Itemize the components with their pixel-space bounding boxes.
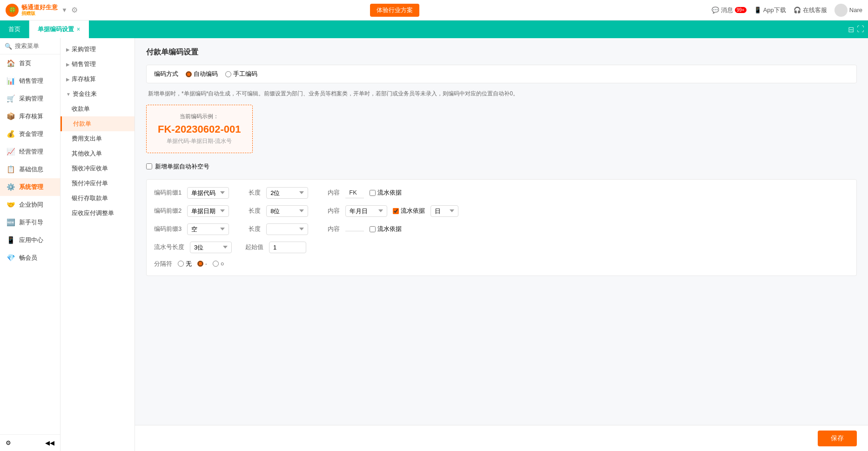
nav-group-purchase[interactable]: ▶ 采购管理 (61, 42, 135, 57)
content-2-label: 内容 (314, 207, 340, 215)
tab-actions: ⊟ ⛶ (848, 20, 868, 38)
content-2-select[interactable]: 年月日 (345, 205, 387, 217)
sidebar-item-system[interactable]: ⚙️ 系统管理 (0, 178, 60, 196)
length-3-label: 长度 (235, 225, 261, 233)
auto-encode-radio[interactable] (186, 71, 192, 77)
auto-fill-checkbox[interactable] (146, 163, 152, 169)
sidebar: 🔍 搜索菜单 🏠 首页 📊 销售管理 🛒 采购管理 📦 库存核算 💰 资金管理 … (0, 38, 61, 451)
member-icon: 💎 (7, 254, 15, 262)
sidebar-item-inventory[interactable]: 📦 库存核算 (0, 108, 60, 125)
nav-item-advance-offset[interactable]: 预付冲应付单 (61, 176, 135, 191)
sidebar-item-enterprise[interactable]: 🤝 企业协同 (0, 196, 60, 214)
preview-label: 当前编码示例： (158, 113, 241, 121)
nav-item-adjustment[interactable]: 应收应付调整单 (61, 206, 135, 221)
nav-group-capital[interactable]: ▼ 资金往来 (61, 87, 135, 101)
chevron-right-icon2: ▶ (66, 62, 70, 67)
nav-item-receipt[interactable]: 收款单 (61, 101, 135, 116)
page-footer: 保存 (135, 425, 868, 451)
prefix-2-select[interactable]: 单据日期 (187, 205, 229, 217)
separator-circle-radio[interactable] (213, 261, 219, 267)
serial-1-checkbox[interactable] (370, 190, 376, 196)
auto-encode-option[interactable]: 自动编码 (186, 70, 218, 78)
online-service-item[interactable]: 🎧 在线客服 (794, 6, 827, 14)
app-download-item[interactable]: 📱 App下载 (754, 6, 786, 14)
serial-2-label: 流水依据 (401, 207, 425, 215)
sidebar-footer: ⚙ ◀◀ (0, 434, 60, 451)
collapse-icon[interactable]: ◀◀ (45, 439, 54, 446)
length-2-label: 长度 (235, 207, 261, 215)
separator-label: 分隔符 (154, 260, 172, 268)
manual-encode-option[interactable]: 手工编码 (225, 70, 257, 78)
user-area[interactable]: Nare (834, 4, 862, 17)
sidebar-item-home[interactable]: 🏠 首页 (0, 54, 60, 72)
newbie-icon: 🆕 (7, 218, 15, 227)
tab-encoding-settings[interactable]: 单据编码设置 × (29, 20, 89, 38)
nav-item-bank[interactable]: 银行存取款单 (61, 191, 135, 206)
length-2-select[interactable]: 8位 (266, 205, 308, 217)
serial-3-label: 流水依据 (377, 225, 402, 233)
nav-item-expense[interactable]: 费用支出单 (61, 131, 135, 146)
sidebar-item-sales[interactable]: 📊 销售管理 (0, 72, 60, 90)
trial-button[interactable]: 体验行业方案 (370, 4, 419, 17)
period-select[interactable]: 日 (431, 205, 458, 217)
encode-method-label: 编码方式 (154, 70, 178, 78)
nav-item-other-income[interactable]: 其他收入单 (61, 146, 135, 161)
nav-item-prepay-offset[interactable]: 预收冲应收单 (61, 161, 135, 176)
separator-dot-option[interactable]: · (197, 260, 207, 267)
settings-icon[interactable]: ⚙ (71, 6, 78, 14)
headset-icon: 🎧 (794, 7, 801, 13)
minimize-icon[interactable]: ⊟ (848, 25, 854, 34)
sidebar-item-member[interactable]: 💎 畅会员 (0, 249, 60, 267)
serial-length-select[interactable]: 3位 (190, 242, 232, 253)
manual-encode-radio[interactable] (225, 71, 231, 77)
length-3-select[interactable] (266, 223, 308, 235)
separator-none-option[interactable]: 无 (178, 260, 192, 268)
brand: 🍀 畅通道好生意 捐赠版 (6, 4, 58, 17)
save-button[interactable]: 保存 (818, 431, 857, 446)
prefix-row-3: 编码前缀3 空 长度 内容 流水依据 (154, 223, 849, 235)
serial-1-label: 流水依据 (377, 188, 402, 197)
dropdown-icon[interactable]: ▼ (61, 7, 67, 13)
info-text: 新增单据时，*单据编码*自动生成，不可编辑。前缀设置为部门、业务员等档案类，开单… (146, 89, 857, 99)
sidebar-item-purchase[interactable]: 🛒 采购管理 (0, 90, 60, 108)
sidebar-search[interactable]: 🔍 搜索菜单 (0, 38, 60, 54)
prefix-3-label: 编码前缀3 (154, 225, 182, 233)
start-value-input[interactable] (269, 242, 306, 253)
tab-home[interactable]: 首页 (0, 20, 29, 38)
topbar-left: 🍀 畅通道好生意 捐赠版 ▼ ⚙ (6, 4, 78, 17)
nav-group-inventory[interactable]: ▶ 库存核算 (61, 72, 135, 87)
settings-footer-icon[interactable]: ⚙ (6, 439, 11, 446)
message-icon: 💬 (712, 7, 719, 13)
sidebar-item-basics[interactable]: 📋 基础信息 (0, 161, 60, 178)
prefix-1-label: 编码前缀1 (154, 188, 182, 197)
expand-icon[interactable]: ⛶ (857, 25, 864, 34)
apps-icon: 📱 (7, 236, 15, 244)
serial-2-checkbox-group: 流水依据 (393, 207, 425, 215)
prefix-1-select[interactable]: 单据代码 (187, 187, 229, 199)
prefix-2-label: 编码前缀2 (154, 207, 182, 215)
serial-3-checkbox[interactable] (370, 226, 376, 232)
sidebar-item-finance[interactable]: 💰 资金管理 (0, 125, 60, 143)
sidebar-item-newbie[interactable]: 🆕 新手引导 (0, 214, 60, 231)
start-value-label: 起始值 (237, 243, 263, 251)
length-1-select[interactable]: 2位 (266, 187, 308, 199)
serial-2-checkbox[interactable] (393, 208, 399, 214)
brand-icon: 🍀 (6, 4, 19, 17)
preview-box: 当前编码示例： FK-20230602-001 单据代码-单据日期-流水号 (146, 105, 253, 153)
tab-close-icon[interactable]: × (77, 26, 80, 33)
auto-fill-row: 新增单据自动补空号 (146, 162, 857, 171)
sidebar-item-operations[interactable]: 📈 经营管理 (0, 143, 60, 161)
enterprise-icon: 🤝 (7, 201, 15, 209)
separator-dot-radio[interactable] (197, 261, 203, 267)
prefix-3-select[interactable]: 空 (187, 223, 229, 235)
separator-circle-option[interactable]: ○ (213, 260, 224, 267)
nav-item-payment[interactable]: 付款单 (61, 116, 135, 131)
avatar (834, 4, 848, 17)
auto-fill-label: 新增单据自动补空号 (155, 162, 209, 171)
topbar-center: 体验行业方案 (370, 4, 419, 17)
sidebar-item-apps[interactable]: 📱 应用中心 (0, 231, 60, 249)
nav-group-sales[interactable]: ▶ 销售管理 (61, 57, 135, 72)
separator-none-radio[interactable] (178, 261, 184, 267)
chevron-down-icon: ▼ (66, 92, 71, 97)
message-item[interactable]: 💬 消息 99+ (712, 6, 747, 14)
